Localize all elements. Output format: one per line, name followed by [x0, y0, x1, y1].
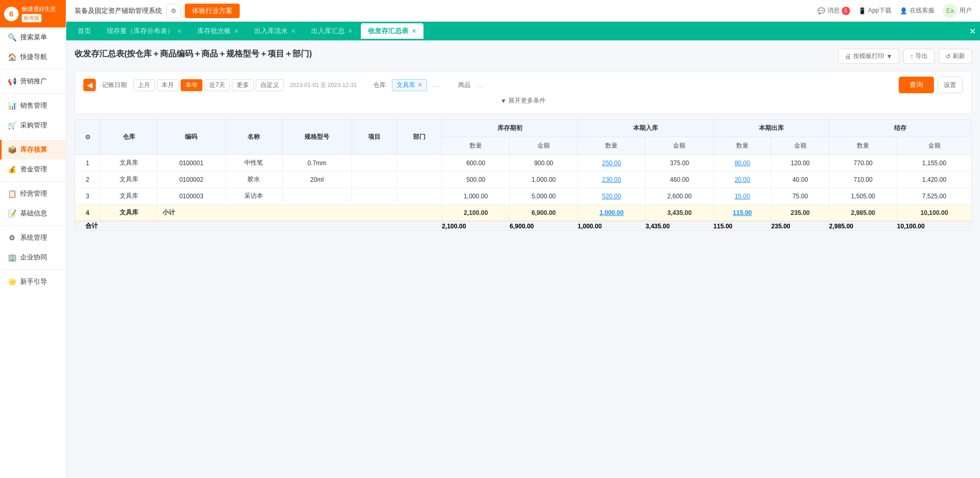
cell-project-1: [352, 171, 397, 188]
cell-opening-amt-0: 900.00: [510, 155, 578, 171]
sidebar-item-basic[interactable]: 📝基础信息: [0, 204, 66, 223]
cell-out-amt-2: 75.00: [771, 188, 829, 205]
user-label: 用户: [959, 6, 972, 15]
quicknav-icon: 🏠: [8, 53, 16, 61]
sidebar-item-purchase[interactable]: 🛒采购管理: [0, 115, 66, 135]
cell-out-qty-1[interactable]: 20.00: [713, 171, 771, 188]
warehouse-tag-close[interactable]: ✕: [417, 81, 422, 89]
subtotal-in-amt: 3,435.00: [646, 205, 713, 222]
date-btn-近7天[interactable]: 近7天: [204, 79, 230, 91]
tab-bar-close-button[interactable]: ✕: [969, 26, 976, 36]
system-settings-button[interactable]: ⚙: [166, 4, 181, 18]
footer-label: 合计: [75, 221, 442, 230]
subtotal-out-qty[interactable]: 115.00: [713, 205, 771, 222]
cell-in-qty-2[interactable]: 520.00: [578, 188, 646, 205]
footer-balance-qty: 2,985.00: [829, 221, 897, 230]
tab-5[interactable]: 收发存汇总表✕: [361, 23, 423, 39]
tab-close-2[interactable]: ✕: [234, 28, 239, 35]
tab-1[interactable]: 现存量（库存分布表）✕: [99, 23, 189, 39]
export-button[interactable]: ↑ 导出: [903, 49, 934, 64]
tab-label-5: 收发存汇总表: [368, 26, 408, 36]
tab-close-5[interactable]: ✕: [412, 28, 416, 35]
tab-label-0: 首页: [78, 26, 91, 36]
main-area: 装备及固定资产辅助管理系统 ⚙ 体验行业方案 💬 消息 6 📱 App下载 👤 …: [66, 0, 980, 478]
table-settings-icon[interactable]: ⚙: [80, 130, 95, 144]
tab-close-4[interactable]: ✕: [348, 28, 353, 35]
tab-4[interactable]: 出入库汇总✕: [304, 23, 360, 39]
expand-more-button[interactable]: ▼ 展开更多条件: [83, 93, 963, 108]
business-icon: 📋: [8, 190, 16, 198]
cell-out-qty-2[interactable]: 15.00: [713, 188, 771, 205]
warehouse-tag: 文具库 ✕: [392, 79, 427, 91]
date-btn-本月[interactable]: 本月: [157, 79, 179, 91]
cell-out-qty-0[interactable]: 80.00: [713, 155, 771, 171]
enterprise-icon: 🏢: [8, 253, 16, 262]
sidebar-item-label-guide: 新手引导: [20, 277, 47, 286]
table-row: 1 文具库 0100001 中性笔 0.7mm 600.00 900.00 25…: [75, 155, 971, 171]
subtotal-row: 4 文具库 小计 2,100.00 6,900.00 1,000.00 3,43…: [75, 205, 971, 222]
filter-row-1: ◀ 记账日期 上月本月本年近7天更多自定义 2023-01-01 至 2023-…: [83, 77, 963, 93]
sidebar-logo: 6 畅捷通好生意 标准版: [0, 0, 66, 27]
cell-code-1: 0100002: [157, 171, 225, 188]
cell-opening-qty-1: 500.00: [442, 171, 509, 188]
logo-icon: 6: [4, 7, 19, 21]
cell-out-amt-0: 120.00: [771, 155, 829, 171]
tab-close-1[interactable]: ✕: [177, 28, 182, 35]
sidebar-item-search[interactable]: 🔍搜索菜单: [0, 27, 66, 47]
tab-bar: 首页现存量（库存分布表）✕库存批次账✕出入库流水✕出入库汇总✕收发存汇总表✕ ✕: [66, 22, 980, 40]
sidebar-item-sales[interactable]: 📊销售管理: [0, 96, 66, 115]
user-button[interactable]: Ea 用户: [943, 4, 972, 18]
refresh-button[interactable]: ↺ 刷新: [939, 49, 972, 64]
sidebar-item-marketing[interactable]: 📢营销推广: [0, 71, 66, 91]
sidebar-item-system[interactable]: ⚙系统管理: [0, 228, 66, 248]
date-btn-上月[interactable]: 上月: [133, 79, 155, 91]
purchase-icon: 🛒: [8, 121, 16, 129]
warehouse-more[interactable]: ...: [433, 81, 442, 89]
cell-balance-qty-0: 770.00: [829, 155, 897, 171]
tab-3[interactable]: 出入库流水✕: [247, 23, 303, 39]
filter-settings-button[interactable]: 设置: [937, 77, 963, 93]
cell-in-qty-1[interactable]: 230.00: [578, 171, 646, 188]
sales-icon: 📊: [8, 102, 16, 110]
tab-close-3[interactable]: ✕: [291, 28, 296, 35]
sidebar-item-quicknav[interactable]: 🏠快捷导航: [0, 47, 66, 67]
footer-out-amt: 235.00: [771, 221, 829, 230]
sidebar-item-inventory[interactable]: 📦库存核算: [0, 140, 66, 160]
footer-balance-amt: 10,100.00: [897, 221, 971, 230]
print-label: 按模板打印: [853, 52, 884, 61]
sidebar-item-enterprise[interactable]: 🏢企业协同: [0, 248, 66, 267]
trial-button[interactable]: 体验行业方案: [185, 4, 240, 18]
cell-warehouse-2: 文具库: [100, 188, 157, 205]
cell-seq-0: 1: [75, 155, 100, 171]
messages-button[interactable]: 💬 消息 6: [817, 6, 850, 15]
user-avatar: Ea: [943, 4, 957, 18]
date-btn-更多[interactable]: 更多: [232, 79, 254, 91]
sidebar-item-finance[interactable]: 💰资金管理: [0, 160, 66, 179]
sidebar-item-label-business: 经营管理: [20, 189, 47, 198]
date-btn-自定义[interactable]: 自定义: [256, 79, 284, 91]
page-header: 收发存汇总表(按仓库＋商品编码＋商品＋规格型号＋项目＋部门) 🖨 按模板打印 ▼…: [75, 49, 972, 66]
sidebar-item-guide[interactable]: 🌟新手引导: [0, 272, 66, 292]
cell-balance-amt-2: 7,525.00: [897, 188, 971, 205]
col-dept-header: 部门: [397, 120, 442, 155]
sidebar-item-business[interactable]: 📋经营管理: [0, 184, 66, 204]
cell-in-qty-0[interactable]: 250.00: [578, 155, 646, 171]
date-btn-本年[interactable]: 本年: [181, 79, 202, 91]
sidebar-item-label-quicknav: 快捷导航: [20, 52, 47, 62]
tab-2[interactable]: 库存批次账✕: [190, 23, 246, 39]
online-service-button[interactable]: 👤 在线客服: [900, 6, 934, 15]
subtotal-label: 小计: [157, 205, 442, 222]
query-button[interactable]: 查询: [899, 77, 934, 93]
col-balance-qty: 数量: [829, 137, 897, 155]
tab-0[interactable]: 首页: [70, 23, 98, 39]
sidebar-item-label-enterprise: 企业协同: [20, 253, 47, 262]
filter-expand-button[interactable]: ◀: [83, 79, 96, 91]
col-settings[interactable]: ⚙: [75, 120, 100, 155]
app-download-button[interactable]: 📱 App下载: [858, 6, 891, 15]
logo-line1: 畅捷通好生意: [22, 5, 56, 13]
print-button[interactable]: 🖨 按模板打印 ▼: [838, 49, 899, 64]
export-icon: ↑: [910, 53, 913, 60]
cell-warehouse-0: 文具库: [100, 155, 157, 171]
goods-more[interactable]: ...: [477, 81, 485, 89]
subtotal-in-qty[interactable]: 1,000.00: [578, 205, 646, 222]
